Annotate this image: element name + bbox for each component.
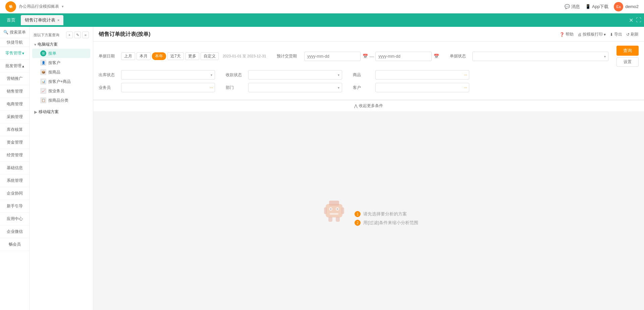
collapse-icon: « bbox=[85, 33, 87, 37]
print-dropdown-icon: ▾ bbox=[604, 32, 606, 37]
sidebar-item-inventory[interactable]: 库存核算 bbox=[0, 123, 29, 136]
print-btn[interactable]: 🖨 按模板打印 ▾ bbox=[578, 32, 606, 37]
sidebar-search[interactable]: 🔍 搜索菜单 bbox=[0, 27, 29, 38]
solution-item-按商品[interactable]: 📦 按商品 bbox=[32, 67, 90, 77]
outbound-status-select[interactable] bbox=[121, 70, 215, 80]
main-layout: 🔍 搜索菜单 快捷导航 零售管理 ▾ 批发管理 ▴ 营销推广 销售管理 电商管理… bbox=[0, 27, 644, 310]
date-btn-custom[interactable]: 自定义 bbox=[201, 52, 219, 60]
export-btn[interactable]: ⬇ 导出 bbox=[610, 32, 622, 37]
sidebar-quick-nav[interactable]: 快捷导航 bbox=[0, 38, 29, 47]
sidebar-item-corp-wechat[interactable]: 企业微信 bbox=[0, 225, 29, 238]
dept-wrap: ▾ bbox=[248, 83, 342, 92]
date-btn-this-month[interactable]: 本月 bbox=[137, 52, 151, 60]
user-profile[interactable]: Ea demo2 bbox=[614, 2, 639, 11]
query-btn[interactable]: 查询 bbox=[616, 46, 639, 56]
top-bar-left: 畅 办公用品行业模拟账表 ▾ bbox=[5, 1, 64, 12]
solution-item-按业务员[interactable]: 📈 按业务员 bbox=[32, 86, 90, 96]
sidebar-item-system[interactable]: 系统管理 bbox=[0, 174, 29, 187]
calendar-from-icon[interactable]: 📅 bbox=[363, 54, 368, 59]
date-btn-7days[interactable]: 近7天 bbox=[167, 52, 184, 60]
window-maximize-btn[interactable]: ⛶ bbox=[636, 17, 641, 23]
dept-select[interactable] bbox=[248, 83, 342, 92]
tab-close-btn[interactable]: × bbox=[57, 18, 59, 22]
help-btn[interactable]: ❓ 帮助 bbox=[559, 32, 574, 37]
collapse-panel-btn[interactable]: « bbox=[82, 32, 89, 38]
solution-item-按客户商品[interactable]: 📊 按客户+商品 bbox=[32, 77, 90, 86]
solution-item-按商品分类[interactable]: 📋 按商品分类 bbox=[32, 96, 90, 105]
sidebar-item-marketing[interactable]: 营销推广 bbox=[0, 72, 29, 85]
sidebar-item-retail[interactable]: 零售管理 ▾ bbox=[0, 47, 29, 60]
left-panel-header: 按以下方案查询 + ✎ « bbox=[30, 30, 93, 40]
sidebar-item-purchase[interactable]: 采购管理 bbox=[0, 111, 29, 123]
app-title-dropdown[interactable]: ▾ bbox=[62, 4, 64, 9]
product-input[interactable] bbox=[375, 70, 469, 80]
add-solution-btn[interactable]: + bbox=[66, 32, 73, 38]
sidebar-item-ecommerce[interactable]: 电商管理 bbox=[0, 98, 29, 111]
tab-bar: 首页 销售订单统计表 × ✕ ⛶ bbox=[0, 13, 644, 27]
tree-arrow-icon: ▶ bbox=[34, 110, 37, 114]
product-dots-btn[interactable]: ··· bbox=[464, 72, 467, 77]
customer-dots-btn[interactable]: ··· bbox=[464, 85, 467, 90]
sidebar-item-sales[interactable]: 销售管理 bbox=[0, 85, 29, 98]
pc-solution-parent[interactable]: ▾ 电脑端方案 bbox=[32, 40, 90, 49]
date-btn-this-year[interactable]: 本年 bbox=[152, 52, 166, 60]
solution-icon-按商品分类: 📋 bbox=[40, 97, 46, 103]
date-range-display: 2023-01-01 至 2023-12-31 bbox=[223, 54, 266, 59]
salesperson-dots-btn[interactable]: ··· bbox=[210, 85, 213, 90]
tab-bar-right: ✕ ⛶ bbox=[629, 17, 641, 23]
mobile-solution-parent[interactable]: ▶ 移动端方案 bbox=[32, 108, 90, 116]
outbound-status-wrap: ▾ bbox=[121, 70, 215, 80]
expected-date-to[interactable] bbox=[375, 52, 432, 61]
svg-point-4 bbox=[330, 208, 332, 210]
edit-solution-btn[interactable]: ✎ bbox=[74, 32, 81, 38]
sidebar-item-enterprise[interactable]: 企业协同 bbox=[0, 187, 29, 200]
salesperson-input[interactable] bbox=[121, 83, 215, 92]
mobile-icon: 📱 bbox=[585, 4, 591, 9]
salesperson-label: 业务员 bbox=[99, 85, 117, 91]
svg-rect-1 bbox=[329, 201, 339, 206]
tab-sales-stats[interactable]: 销售订单统计表 × bbox=[21, 15, 63, 25]
refresh-btn[interactable]: ↺ 刷新 bbox=[626, 32, 639, 37]
help-icon: ❓ bbox=[559, 32, 565, 37]
calendar-to-icon[interactable]: 📅 bbox=[434, 54, 439, 59]
plus-icon: + bbox=[68, 33, 70, 37]
filter-area: 单据日期 上月 本月 本年 近7天 更多 自定义 2023-01-01 至 20… bbox=[93, 42, 644, 100]
solution-item-按单[interactable]: 按 按单 bbox=[32, 49, 90, 58]
tab-home[interactable]: 首页 bbox=[3, 15, 19, 25]
pc-solutions-group: ▾ 电脑端方案 按 按单 👤 按客户 📦 按商品 📊 按客户+ bbox=[30, 40, 93, 105]
avatar: Ea bbox=[614, 2, 623, 11]
svg-rect-10 bbox=[336, 217, 340, 222]
sidebar-item-wholesale[interactable]: 批发管理 ▴ bbox=[0, 60, 29, 72]
sidebar-item-basic[interactable]: 基础信息 bbox=[0, 162, 29, 174]
svg-point-5 bbox=[337, 208, 338, 210]
app-download-btn[interactable]: 📱 App下载 bbox=[585, 4, 608, 10]
collapse-bar[interactable]: ⋀ 收起更多条件 bbox=[93, 100, 644, 111]
expected-date-label: 预计交货期 bbox=[277, 53, 300, 59]
sidebar-item-member[interactable]: 畅会员 bbox=[0, 238, 29, 251]
chevron-icon: ▾ bbox=[22, 51, 24, 56]
customer-input[interactable] bbox=[375, 83, 469, 92]
sidebar-item-operations[interactable]: 经营管理 bbox=[0, 149, 29, 162]
sidebar-item-newbie[interactable]: 新手引导 bbox=[0, 200, 29, 213]
search-icon: 🔍 bbox=[3, 30, 8, 35]
content-area: 按以下方案查询 + ✎ « ▾ 电脑端方案 bbox=[30, 27, 644, 310]
filter-row-1: 单据日期 上月 本月 本年 近7天 更多 自定义 2023-01-01 至 20… bbox=[99, 46, 639, 67]
window-close-btn[interactable]: ✕ bbox=[629, 17, 633, 23]
bill-status-wrap: ▾ bbox=[472, 52, 608, 61]
tree-expand-icon: ▾ bbox=[34, 42, 36, 47]
receipt-status-select[interactable] bbox=[248, 70, 342, 80]
top-bar-right: 💬 消息 📱 App下载 Ea demo2 bbox=[565, 2, 639, 11]
date-btn-last-month[interactable]: 上月 bbox=[121, 52, 135, 60]
page-header-top: 销售订单统计表(按单) ❓ 帮助 🖨 按模板打印 ▾ bbox=[99, 31, 639, 38]
empty-hint-2: 2 用[过滤]条件来缩小分析范围 bbox=[355, 220, 418, 226]
page-title: 销售订单统计表(按单) bbox=[99, 31, 151, 38]
date-btn-more[interactable]: 更多 bbox=[185, 52, 199, 60]
expected-date-from[interactable] bbox=[304, 52, 361, 61]
sidebar-item-app-center[interactable]: 应用中心 bbox=[0, 213, 29, 225]
sidebar-item-finance[interactable]: 资金管理 bbox=[0, 136, 29, 149]
settings-btn[interactable]: 设置 bbox=[616, 57, 639, 67]
date-quick-btns: 上月 本月 本年 近7天 更多 自定义 bbox=[121, 52, 219, 60]
solution-item-按客户[interactable]: 👤 按客户 bbox=[32, 58, 90, 67]
message-btn[interactable]: 💬 消息 bbox=[565, 4, 580, 10]
bill-status-select[interactable] bbox=[472, 52, 608, 61]
